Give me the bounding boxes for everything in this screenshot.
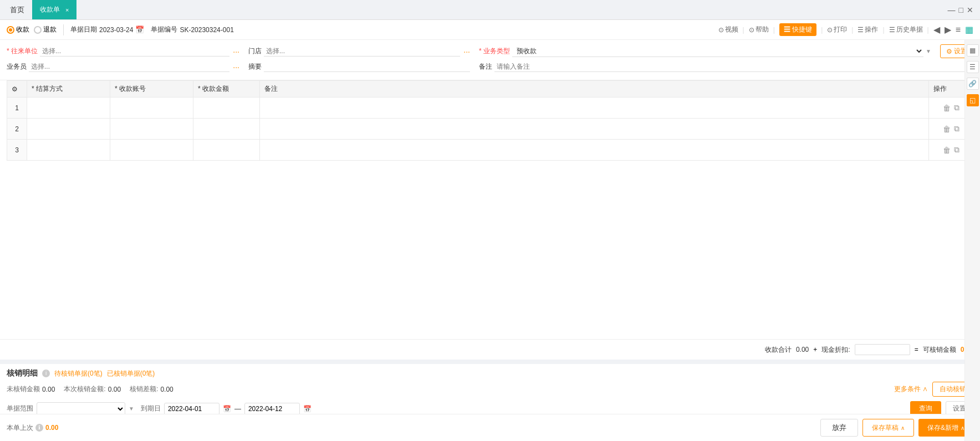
sidebar-icon-link[interactable]: 🔗 [967,78,979,90]
diff-stat: 核销差额: 0.00 [130,384,173,394]
tab-home[interactable]: 首页 [2,0,32,19]
window-min-icon[interactable]: — [948,6,956,14]
abandon-btn[interactable]: 放弃 [820,419,858,437]
remark-input[interactable] [264,61,470,72]
cell-amount-2[interactable] [193,119,260,140]
amount-input-3[interactable] [193,140,259,160]
biz-type-select[interactable]: 预收款 [512,45,923,57]
date-to-input[interactable] [244,403,300,415]
section-header: 核销明细 i 待核销单据(0笔) 已核销单据(0笔) [7,368,973,378]
due-date-label: 到期日 [141,404,161,413]
staff-input[interactable] [29,61,229,72]
remark-input-1[interactable] [260,98,928,118]
amount-input-2[interactable] [193,119,259,139]
cell-settlement-3[interactable] [27,140,110,161]
section-info-icon[interactable]: i [42,370,50,377]
main-content: 收款 退款 单据日期 2023-03-24 📅 单据编号 SK-20230324… [0,20,980,441]
history-btn[interactable]: ☰ 历史单据 [889,25,923,34]
cell-remark-1[interactable] [260,98,929,119]
partner-dots[interactable]: ··· [233,47,239,56]
list-lines-icon[interactable]: ≡ [956,25,961,35]
discount-input[interactable] [855,344,910,355]
note-input[interactable] [494,61,973,72]
staff-dots[interactable]: ··· [233,63,239,71]
window-max-icon[interactable]: □ [959,6,963,14]
gear-header[interactable]: ⚙ [7,81,27,98]
cell-account-3[interactable] [110,140,193,161]
list-grid-icon[interactable]: ▦ [965,24,973,35]
equal-sign: = [915,346,918,353]
staff-field: 业务员 ··· [7,61,239,72]
more-filter-btn[interactable]: 更多条件 ∧ [894,384,928,394]
pending-link[interactable]: 待核销单据(0笔) [54,369,103,378]
cell-amount-1[interactable] [193,98,260,119]
copy-row-1[interactable]: ⧉ [954,103,959,112]
save-draft-btn[interactable]: 保存草稿 ∧ [862,419,914,437]
bottom-label: 本单上次 [7,423,33,433]
delete-row-3[interactable]: 🗑 [943,146,951,155]
cell-settlement-2[interactable] [27,119,110,140]
cell-remark-3[interactable] [260,140,929,161]
note-field: 备注 [479,61,973,72]
remark-input-3[interactable] [260,140,928,160]
window-close-icon[interactable]: ✕ [967,6,973,14]
calendar-icon[interactable]: 📅 [135,25,144,34]
range-arrow: ▼ [129,406,134,412]
bottom-bar: 本单上次 ℹ 0.00 放弃 保存草稿 ∧ 保存&新增 ∧ [0,414,980,441]
tab-active[interactable]: 收款单 × [32,0,76,19]
stats-row: 未核销金额 0.00 本次核销金额: 0.00 核销差额: 0.00 更多条件 … [7,382,973,397]
sidebar-icon-list[interactable]: ☰ [967,61,979,73]
row-num-2: 2 [7,119,27,140]
store-dots[interactable]: ··· [463,47,470,56]
date-to-icon[interactable]: 📅 [303,405,312,413]
remark-input-2[interactable] [260,119,928,139]
cell-amount-3[interactable] [193,140,260,161]
radio-refund[interactable]: 退款 [34,25,57,34]
store-input[interactable] [264,46,460,57]
account-input-2[interactable] [110,119,193,139]
completed-link[interactable]: 已核销单据(0笔) [107,369,155,378]
range-select[interactable] [37,402,125,416]
sidebar-icon-edit[interactable]: ◱ [967,94,979,106]
list-right-icon[interactable]: ▶ [945,24,951,35]
video-icon: ⊙ [718,26,724,34]
bottom-value: 0.00 [45,424,58,432]
settlement-input-3[interactable] [27,140,110,160]
radio-receive-label: 收款 [16,25,29,34]
settlement-input-2[interactable] [27,119,110,139]
operation-btn[interactable]: ☰ 操作 [858,25,878,34]
radio-receive-dot [7,26,14,34]
cell-account-2[interactable] [110,119,193,140]
video-btn[interactable]: ⊙ 视频 [718,25,738,34]
plus-sign: + [813,346,817,353]
save-draft-arrow: ∧ [901,425,905,431]
tab-close-button[interactable]: × [65,7,69,13]
cell-remark-2[interactable] [260,119,929,140]
copy-row-2[interactable]: ⧉ [954,124,959,134]
date-from-icon[interactable]: 📅 [223,405,231,413]
shortcut-btn[interactable]: ☰ 快捷键 [779,23,816,36]
radio-receive[interactable]: 收款 [7,25,29,34]
date-from-input[interactable] [164,403,220,415]
sidebar-icon-table[interactable]: ▦ [967,44,979,57]
biz-type-arrow: ▼ [926,48,931,54]
partner-input[interactable] [40,46,229,57]
summary-row: 收款合计 0.00 + 现金折扣: = 可核销金额 0.00 [0,339,980,360]
cell-account-1[interactable] [110,98,193,119]
account-input-3[interactable] [110,140,193,160]
table-row: 1 🗑 ⧉ [7,98,973,119]
print-btn[interactable]: ⊙ 打印 [827,25,847,34]
cell-settlement-1[interactable] [27,98,110,119]
copy-row-3[interactable]: ⧉ [954,145,959,155]
delete-row-1[interactable]: 🗑 [943,104,951,112]
store-field: 门店 ··· [248,46,470,57]
delete-row-2[interactable]: 🗑 [943,125,951,134]
amount-input-1[interactable] [193,98,259,118]
help-btn[interactable]: ⊙ 帮助 [749,25,769,34]
account-input-1[interactable] [110,98,193,118]
date-value: 2023-03-24 [99,26,133,34]
diff-label: 核销差额: [130,384,158,394]
list-left-icon[interactable]: ◀ [933,24,940,35]
bottom-info-icon[interactable]: ℹ [35,424,43,432]
settlement-input-1[interactable] [27,98,110,118]
